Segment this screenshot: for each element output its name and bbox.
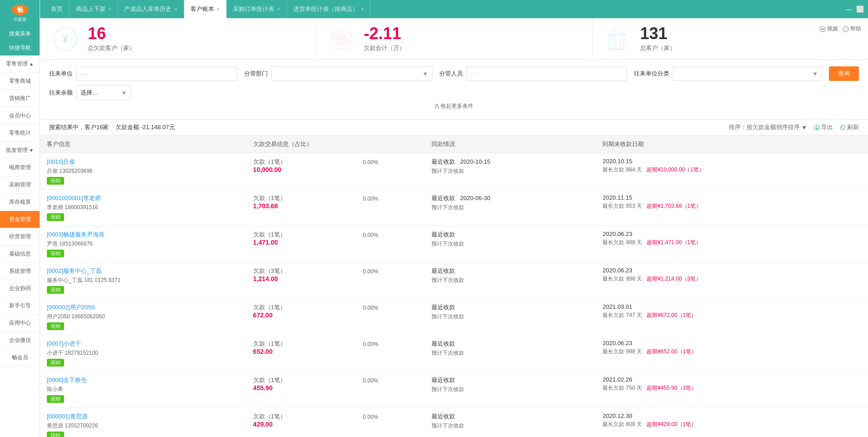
max-overdue: 最长欠款 884 天 超期¥10,000.00（1笔） — [602, 166, 861, 174]
debt-pct: 0.00% — [363, 305, 418, 311]
debt-amount[interactable]: 652.00 — [253, 348, 349, 355]
sidebar-item-marketing[interactable]: 营销推广 — [0, 90, 40, 107]
dept-select[interactable]: ▼ — [271, 66, 432, 81]
sidebar-item-retail-mall[interactable]: 零售商城 — [0, 73, 40, 90]
sidebar-item-ecommerce[interactable]: 电商管理 — [0, 159, 40, 176]
customer-phone: 黄思源 13552700226 — [47, 422, 240, 430]
sidebar-item-capital[interactable]: 资金管理 — [0, 211, 40, 228]
customer-name[interactable]: [0006]去下粮仓 — [47, 376, 240, 384]
debt-amount[interactable]: 1,703.68 — [253, 202, 349, 210]
balance-label: 往来余额 — [49, 89, 73, 97]
minimize-button[interactable]: — — [845, 5, 853, 13]
sidebar-item-new-guide[interactable]: 新手引导 — [0, 297, 40, 315]
debt-amount[interactable]: 1,471.00 — [253, 239, 349, 246]
debt-amount[interactable]: 10,000.00 — [253, 166, 349, 173]
debt-amount[interactable]: 672.00 — [253, 311, 349, 319]
debt-amount[interactable]: 1,214.00 — [253, 275, 349, 282]
search-menu[interactable]: 搜索菜单 — [0, 27, 40, 40]
sidebar-item-app-center[interactable]: 应用中心 — [0, 315, 40, 332]
help-link[interactable]: ? 帮助 — [843, 25, 861, 33]
due-date: 2021.03.01 — [602, 303, 861, 310]
sidebar-item-base-info[interactable]: 基础信息 — [0, 246, 40, 263]
stat-card-debt-amount: -2.11 欠款合计（万） — [316, 18, 592, 59]
tab-label: 采购订单统计表 — [233, 5, 274, 13]
maximize-button[interactable]: ⬜ — [856, 5, 863, 13]
unit-class-select[interactable]: ▼ — [673, 66, 822, 81]
video-link[interactable]: 视频 — [819, 25, 838, 33]
overdue-link[interactable]: 超期¥672.00（1笔） — [647, 312, 697, 318]
debt-amount[interactable]: 429.00 — [253, 421, 349, 428]
table-body: [0016]吕俊 吕俊 13026203696 现销 欠款（1笔） 10,000… — [40, 153, 868, 437]
svg-marker-9 — [609, 28, 626, 35]
sidebar-item-enterprise-coop[interactable]: 企业协同 — [0, 280, 40, 297]
tab-customer-account[interactable]: 客户账本 × — [184, 0, 226, 18]
tab-close-icon[interactable]: × — [217, 6, 220, 12]
customer-badge: 现销 — [47, 322, 64, 330]
overdue-link[interactable]: 超期¥1,214.00（3笔） — [647, 276, 701, 282]
customer-name[interactable]: [000002]用户2050 — [47, 303, 240, 311]
overdue-link[interactable]: 超期¥652.00（1笔） — [647, 348, 697, 355]
svg-text:¥: ¥ — [62, 33, 68, 44]
tab-incoming-stat[interactable]: 进货单统计表（按商品） × — [287, 0, 371, 18]
overdue-link[interactable]: 超期¥1,471.00（1笔） — [647, 239, 701, 246]
tab-home[interactable]: 首页 — [45, 0, 70, 18]
sidebar-item-ops-mgmt[interactable]: 经营管理 — [0, 228, 40, 246]
sidebar-item-enterprise-wx[interactable]: 企业微信 — [0, 332, 40, 349]
debt-count: 欠款（1笔） — [253, 340, 349, 348]
sidebar-item-member-plus[interactable]: 畅会员 — [0, 349, 40, 367]
export-button[interactable]: 导出 — [814, 123, 833, 131]
overdue-link[interactable]: 超期¥429.00（1笔） — [647, 421, 697, 427]
debt-count: 欠款（3笔） — [253, 267, 349, 275]
customer-name[interactable]: [0001020001]李老师 — [47, 194, 240, 202]
debt-count: 欠款（1笔） — [253, 412, 349, 421]
sidebar-item-retail-mgmt[interactable]: 零售管理 ▲ — [0, 55, 40, 73]
collapse-filters[interactable]: ⋀ 收起更多条件 — [49, 100, 859, 112]
tab-home-label: 首页 — [51, 5, 63, 13]
debt-info-cell: 欠款（1笔） 652.00 — [246, 335, 356, 372]
sidebar-item-member[interactable]: 会员中心 — [0, 107, 40, 125]
debt-amount[interactable]: 455.90 — [253, 384, 349, 392]
sidebar-item-label: 库存核算 — [9, 199, 31, 205]
overdue-link[interactable]: 超期¥1,703.68（1笔） — [647, 203, 701, 209]
sidebar-item-retail-stats[interactable]: 零售统计 — [0, 125, 40, 142]
overdue-link[interactable]: 超期¥10,000.00（1笔） — [647, 166, 704, 173]
sidebar-item-purchase-mgmt[interactable]: 采购管理 — [0, 176, 40, 194]
tab-product-history[interactable]: 产成品入库单历史 × — [118, 0, 184, 18]
tab-purchase-stat[interactable]: 采购订单统计表 × — [226, 0, 286, 18]
tab-products-off[interactable]: 商品上下架 × — [70, 0, 118, 18]
customer-name[interactable]: [0016]吕俊 — [47, 158, 240, 166]
search-button[interactable]: 查询 — [829, 66, 859, 81]
refresh-button[interactable]: 刷新 — [840, 123, 859, 131]
debt-pct: 0.00% — [363, 159, 418, 166]
collapse-label: 收起更多条件 — [441, 103, 473, 109]
customer-name[interactable]: [000001]黄思源 — [47, 412, 240, 421]
person-input[interactable]: ··· — [467, 66, 627, 81]
tab-close-icon[interactable]: × — [108, 6, 111, 12]
debt-info-cell: 欠款（1笔） 10,000.00 — [246, 153, 356, 190]
source-unit-input[interactable]: ··· — [76, 66, 237, 81]
sidebar-item-sys-mgmt[interactable]: 系统管理 — [0, 263, 40, 280]
repayment-cell: 最近收款 预计下次收款 — [425, 335, 596, 372]
customer-info-cell: [000001]黄思源 黄思源 13552700226 现销 — [40, 408, 246, 437]
sidebar-nav: 零售管理 ▲ 零售商城 营销推广 会员中心 零售统计 批发管理 ▼ 电商管理 — [0, 55, 40, 437]
tab-close-icon[interactable]: × — [361, 6, 364, 12]
sidebar-item-label: 会员中心 — [9, 112, 31, 119]
balance-select[interactable]: 选择... ▼ — [76, 85, 131, 100]
overdue-link[interactable]: 超期¥455.90（1笔） — [647, 385, 697, 391]
quick-nav[interactable]: 快捷导航 — [0, 40, 40, 55]
result-debt-total: 欠款金额 -21,148.07元 — [115, 124, 175, 131]
sidebar-item-inventory[interactable]: 库存核算 — [0, 194, 40, 211]
customer-name[interactable]: [0003]畅捷服务尹海燕 — [47, 231, 240, 239]
sort-label: 排序：按欠款金额倒序排序 ▼ — [729, 123, 807, 131]
sidebar-item-label: 基础信息 — [9, 251, 31, 257]
repayment-cell: 最近收款 2020-06-30 预计下次收款 — [425, 190, 596, 226]
customer-name[interactable]: [0002]服务中心_丁磊 — [47, 267, 240, 275]
tab-close-icon[interactable]: × — [174, 6, 177, 12]
table-header: 客户信息 欠款交易信息（占比） 回款情况 到期未收款日期 — [40, 136, 868, 153]
tab-close-icon[interactable]: × — [277, 6, 280, 12]
recent-label: 最近收款 — [431, 231, 589, 239]
due-date: 2020.06.23 — [602, 340, 861, 347]
customer-name[interactable]: [0007]小进千 — [47, 340, 240, 348]
sidebar-item-batch-mgmt[interactable]: 批发管理 ▼ — [0, 142, 40, 159]
customer-info-cell: [0003]畅捷服务尹海燕 尹燕 18513066976 现销 — [40, 226, 246, 262]
